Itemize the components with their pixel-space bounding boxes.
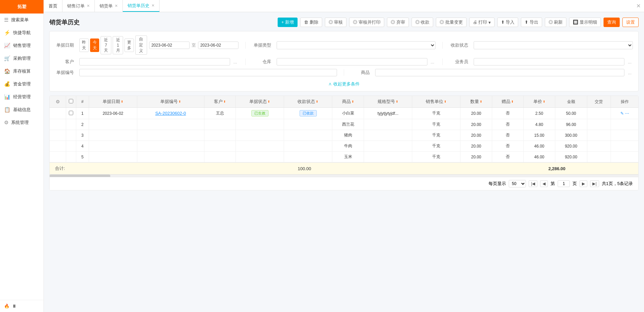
tab-sales-history-close[interactable]: ✕ [151,3,155,8]
cell-action [611,130,638,141]
sidebar-item-label: 系统管理 [11,120,29,126]
sidebar-item-quick-nav[interactable]: ⚡ 快捷导航 [0,26,44,39]
collect-button[interactable]: ◎ 收款 [412,18,433,27]
page-next-button[interactable]: ▶ [580,180,587,187]
tab-sales-order-close[interactable]: ✕ [87,4,90,8]
date-btn-1month[interactable]: 近1月 [113,36,123,54]
page-last-button[interactable]: ▶| [590,180,599,187]
customer-input[interactable] [79,58,230,66]
page-prev-button[interactable]: ◀ [540,180,548,187]
col-payment-status[interactable]: 收款状态⬆ [284,96,332,108]
sidebar-item-sys-mgmt[interactable]: ⚙ 系统管理 [0,116,44,129]
page-number-input[interactable] [558,180,570,187]
cell-payment-status [284,130,332,141]
quick-nav-icon: ⚡ [4,30,10,36]
sidebar-item-label: 库存核算 [13,68,31,74]
more-op[interactable]: ⋯ [625,111,629,116]
gear-icon: ⚙ [56,99,60,104]
warehouse-input[interactable] [277,58,427,66]
delete-button[interactable]: 🗑 删除 [300,18,322,27]
payment-status-select[interactable] [474,41,633,49]
divider-3 [245,58,246,65]
col-doc-status[interactable]: 单据状态⬆ [236,96,284,108]
filter-row-2: 客户 ... 仓库 ... 业务员 ... [55,58,633,66]
col-doc-date[interactable]: 单据日期⬆ [89,96,137,108]
export-button[interactable]: ⬆ 导出 [521,18,542,27]
audit-button[interactable]: ◎ 审核 [325,18,347,27]
cell-checkbox [66,130,76,141]
col-checkbox[interactable] [66,96,76,108]
page-first-button[interactable]: |◀ [529,180,537,187]
date-btn-7days[interactable]: 近7天 [101,36,111,54]
col-settings[interactable]: ⚙ [50,96,66,108]
salesperson-input[interactable] [474,58,624,66]
cell-settings [50,108,66,119]
edit-op[interactable]: ✎ [620,111,624,116]
cell-gift: 否 [492,119,524,130]
toolbar: + 新增 🗑 删除 ◎ 审核 ◎ 审核并打印 ◎ 弃审 ◎ 收款 [278,18,639,27]
tab-sales-goods[interactable]: 销货单 ✕ [95,0,123,12]
refresh-button[interactable]: ◎ 刷新 [545,18,567,27]
batch-change-button[interactable]: ◎ 批量变更 [436,18,467,27]
horizontal-scrollbar[interactable] [50,174,638,177]
show-detail-button[interactable]: 🔲 显示明细 [569,18,601,27]
select-all-checkbox[interactable] [69,99,73,103]
tab-home[interactable]: 首页 [44,0,62,12]
new-button[interactable]: + 新增 [278,18,298,27]
customer-ellipsis[interactable]: ... [232,59,239,64]
salesperson-ellipsis[interactable]: ... [626,59,633,64]
col-doc-no[interactable]: 单据编号⬆ [137,96,204,108]
date-btn-today[interactable]: 今天 [90,38,100,52]
date-btn-more[interactable]: 更多 [124,38,134,52]
tab-sales-history[interactable]: 销货单历史 ✕ [123,0,160,12]
table-body: 12023-06-02SA-20230602-0王总已生效已收款小白菜tyjyt… [50,108,638,162]
per-page-select[interactable]: 50 100 [509,180,526,187]
warehouse-ellipsis[interactable]: ... [429,59,436,64]
settings-button[interactable]: 设置 [622,18,639,27]
doc-date-sort-icon: ⬆ [121,100,123,103]
col-gift[interactable]: 赠品⬆ [492,96,524,108]
gift-sort-icon: ⬆ [511,100,514,103]
audit-print-button[interactable]: ◎ 审核并打印 [349,18,384,27]
sidebar-item-ops-mgmt[interactable]: 📊 经营管理 [0,90,44,103]
sidebar-item-basic-info[interactable]: 📋 基础信息 [0,103,44,116]
cell-amount: 300.00 [555,130,587,141]
doc-type-select[interactable] [277,41,436,49]
cell-quantity: 20.00 [460,130,492,141]
abandon-button[interactable]: ◎ 弃审 [387,18,409,27]
col-spec-type[interactable]: 规格型号⬆ [364,96,412,108]
col-goods[interactable]: 商品⬆ [332,96,364,108]
sidebar-item-purchase-mgmt[interactable]: 🛒 采购管理 [0,52,44,65]
date-btn-yesterday[interactable]: 昨天 [79,38,89,52]
per-page-label: 每页显示 [488,181,506,187]
sidebar-pause-icon[interactable]: ⏸ [12,304,17,309]
page-title: 销货单历史 [49,18,80,26]
date-label: 单据日期 [55,42,74,48]
sidebar-fire-icon[interactable]: 🔥 [4,304,9,309]
cell-doc-no [137,152,204,162]
collapse-button[interactable]: ∧ 收起更多条件 [55,80,633,87]
col-sales-unit[interactable]: 销售单位⬆ [412,96,460,108]
query-button[interactable]: 查询 [604,18,620,27]
tab-sales-goods-close[interactable]: ✕ [115,4,118,8]
customer-sort-icon: ⬆ [223,100,226,103]
tab-sales-order[interactable]: 销售订单 ✕ [62,0,95,12]
sidebar-item-inventory[interactable]: 🏠 库存核算 [0,65,44,78]
date-btn-custom[interactable]: 自定义 [135,35,147,55]
col-quantity[interactable]: 数量⬆ [460,96,492,108]
col-customer[interactable]: 客户⬆ [204,96,236,108]
date-from-input[interactable]: 2023-06-02 [149,42,190,49]
capital-mgmt-icon: 💰 [4,81,10,87]
col-unit-price[interactable]: 单价⬆ [524,96,555,108]
sidebar-item-capital-mgmt[interactable]: 💰 资金管理 [0,78,44,90]
doc-no-input[interactable] [79,69,337,76]
goods-ellipsis[interactable]: ... [626,70,633,75]
goods-input[interactable] [375,69,624,76]
print-button[interactable]: 🖨 打印 ▾ [469,18,495,27]
cell-doc-date [89,141,137,152]
date-to-input[interactable]: 2023-06-02 [198,42,239,49]
sidebar-item-sales-mgmt[interactable]: 📈 销售管理 [0,39,44,52]
tab-bar-close-all[interactable]: ✕ [636,3,644,9]
import-button[interactable]: ⬆ 导入 [497,18,519,27]
sidebar-item-search-menu[interactable]: ☰ 搜索菜单 [0,14,44,26]
